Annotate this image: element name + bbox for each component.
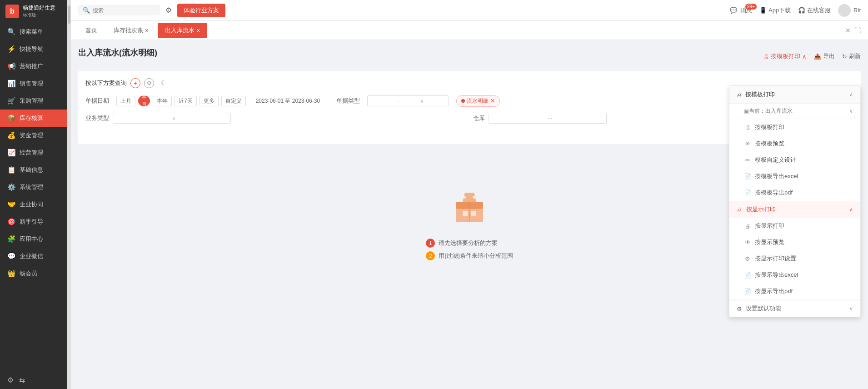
logo-icon: b [5, 5, 19, 18]
online-service-link[interactable]: 🎧 在线客服 [798, 6, 831, 15]
avatar [838, 4, 851, 17]
filter-settings-btn[interactable]: ⚙ [144, 78, 154, 88]
search-input[interactable] [93, 7, 138, 14]
print-icon: 🖨 [763, 53, 769, 60]
date-btn-this-year[interactable]: 本年 [153, 96, 172, 106]
app-download-link[interactable]: 📱 App下载 [759, 6, 791, 15]
tabs-window-controls: ✕ ⛶ [845, 27, 861, 34]
sidebar-item-marketing[interactable]: 📢 营销推广 [0, 58, 67, 75]
tag-close-icon[interactable]: ✕ [490, 98, 495, 104]
filter-add-btn[interactable]: + [130, 78, 140, 88]
user-info[interactable]: Rit [838, 4, 861, 17]
page-header: 出入库流水(流水明细) 🖨 按模板打印 ∧ 📤 导出 ↻ 刷新 [78, 47, 861, 65]
dropdown-current-chevron: ∨ [849, 108, 853, 114]
date-btn-this-month[interactable]: 本月 [138, 95, 150, 106]
tab-flow-close[interactable]: × [196, 27, 200, 34]
sidebar-item-enterprise-label: 企业协同 [20, 200, 43, 209]
tab-flow[interactable]: 出入库流水 × [158, 23, 207, 38]
display-settings-icon: ⚙ [744, 255, 751, 262]
dropdown-section-display[interactable]: 🖨 按显示打印 ∧ [729, 201, 860, 218]
tab-batch[interactable]: 库存批次账 × [106, 23, 156, 38]
step1-text: 请先选择要分析的方案 [439, 239, 498, 247]
sidebar-item-inventory[interactable]: 📦 库存核算 [0, 110, 67, 127]
tab-home[interactable]: 首页 [78, 23, 105, 38]
username-label: Rit [853, 7, 861, 14]
tab-flow-label: 出入库流水 [165, 26, 195, 35]
dropdown-item-display-preview[interactable]: 👁 按显示预览 [729, 234, 860, 250]
settings-bottom-icon[interactable]: ⚙ [7, 376, 14, 384]
refresh-btn[interactable]: ↻ 刷新 [842, 52, 861, 60]
date-btn-custom[interactable]: 自定义 [221, 96, 246, 106]
filter-tag[interactable]: 流水明细 ✕ [456, 95, 500, 107]
sidebar-item-purchase[interactable]: 🛒 采购管理 [0, 92, 67, 110]
date-btn-more[interactable]: 更多 [200, 96, 219, 106]
dropdown-item-display-print[interactable]: 🖨 按显示打印 [729, 218, 860, 234]
logo-line2: 标准版 [23, 12, 55, 18]
date-btn-last7[interactable]: 近7天 [175, 96, 197, 106]
tab-close-window-icon[interactable]: ✕ [845, 27, 851, 34]
step2-text: 用[过滤]条件来缩小分析范围 [439, 252, 513, 260]
sidebar-item-enterprise[interactable]: 🤝 企业协同 [0, 196, 67, 213]
sidebar-item-search[interactable]: 🔍 搜索菜单 [0, 23, 67, 40]
template-print-icon: 🖨 [744, 124, 751, 131]
sidebar-item-wechat[interactable]: 💬 企业微信 [0, 248, 67, 265]
footer-label: 设置默认功能 [746, 304, 781, 313]
empty-steps: 1 请先选择要分析的方案 2 用[过滤]条件来缩小分析范围 [426, 239, 513, 260]
sidebar-item-quicknav[interactable]: ⚡ 快捷导航 [0, 40, 67, 58]
sidebar-item-finance[interactable]: 💰 资金管理 [0, 127, 67, 144]
export-btn[interactable]: 📤 导出 [814, 52, 835, 60]
collapse-sidebar-icon[interactable]: ⇆ [19, 376, 25, 384]
dropdown-item-template-pdf[interactable]: 📄 按模板导出pdf [729, 185, 860, 201]
dropdown-item-display-pdf[interactable]: 📄 按显示导出pdf [729, 283, 860, 299]
dropdown-header-chevron[interactable]: ∧ [849, 92, 853, 98]
date-btn-last-month[interactable]: 上月 [116, 96, 135, 106]
dropdown-item-template-excel[interactable]: 📄 按模板导出excel [729, 168, 860, 185]
tag-label: 流水明细 [467, 97, 489, 105]
doc-type-select[interactable]: ··· ∨ [367, 95, 449, 106]
tab-batch-close[interactable]: × [145, 27, 149, 34]
business-type-select[interactable]: ∨ [113, 113, 231, 124]
sidebar-menu: 🔍 搜索菜单 ⚡ 快捷导航 📢 营销推广 📊 销售管理 🛒 采购管理 📦 库存核… [0, 23, 67, 371]
message-icon-wrapper[interactable]: 💬 99+ 消息 [730, 6, 752, 15]
filter-title-label: 按以下方案查询 [85, 79, 127, 87]
footer-icon: ⚙ [737, 305, 742, 312]
system-icon: ⚙️ [7, 183, 16, 191]
print-dropdown-panel: 🖨 按模板打印 ∧ ▣ 当前：出入库流水 ∨ 🖨 按模板打印 👁 按模板预览 [729, 85, 861, 317]
dropdown-item-template-print[interactable]: 🖨 按模板打印 [729, 119, 860, 135]
sidebar-item-apps[interactable]: 🧩 应用中心 [0, 230, 67, 248]
industry-btn[interactable]: 体验行业方案 [177, 4, 225, 17]
dropdown-footer[interactable]: ⚙ 设置默认功能 ∨ [729, 300, 860, 317]
membership-icon: 👑 [7, 269, 16, 278]
sidebar-item-quicknav-label: 快捷导航 [20, 45, 43, 53]
dropdown-item-template-preview[interactable]: 👁 按模板预览 [729, 135, 860, 152]
purchase-icon: 🛒 [7, 97, 16, 105]
topbar: 🔍 ⚙ 体验行业方案 💬 99+ 消息 📱 App下载 🎧 在线客服 Rit [71, 0, 868, 21]
topbar-search-box[interactable]: 🔍 [78, 5, 160, 15]
section-display-icon: 🖨 [737, 206, 743, 213]
date-label: 单据日期 [85, 97, 109, 105]
filter-collapse-btn[interactable]: 《 [158, 79, 164, 87]
display-pdf-label: 按显示导出pdf [755, 287, 793, 295]
sidebar-item-basic[interactable]: 📋 基础信息 [0, 161, 67, 179]
dropdown-item-display-settings[interactable]: ⚙ 按显示打印设置 [729, 250, 860, 267]
topbar-gear-icon[interactable]: ⚙ [165, 6, 172, 15]
dropdown-item-display-excel[interactable]: 📄 按显示导出excel [729, 267, 860, 283]
display-print-icon: 🖨 [744, 222, 751, 229]
sidebar-item-guide[interactable]: 🎯 新手引导 [0, 213, 67, 230]
sidebar-item-membership[interactable]: 👑 畅会员 [0, 265, 67, 282]
enterprise-icon: 🤝 [7, 200, 16, 209]
dropdown-item-template-custom[interactable]: ✏ 模板自定义设计 [729, 152, 860, 168]
sidebar-item-system[interactable]: ⚙️ 系统管理 [0, 179, 67, 196]
sidebar-item-sales[interactable]: 📊 销售管理 [0, 75, 67, 92]
svg-rect-4 [463, 211, 468, 216]
template-print-label: 按模板打印 [755, 123, 784, 131]
dropdown-current-row[interactable]: ▣ 当前：出入库流水 ∨ [729, 104, 860, 119]
sidebar-item-membership-label: 畅会员 [20, 269, 37, 278]
template-preview-icon: 👁 [744, 140, 751, 147]
sidebar-item-marketing-label: 营销推广 [20, 62, 43, 70]
sidebar-item-operations[interactable]: 📈 经营管理 [0, 144, 67, 161]
guide-icon: 🎯 [7, 218, 16, 226]
warehouse-select[interactable]: ··· [489, 113, 607, 124]
print-template-btn[interactable]: 🖨 按模板打印 ∧ [763, 52, 807, 60]
tab-maximize-icon[interactable]: ⛶ [854, 27, 861, 34]
